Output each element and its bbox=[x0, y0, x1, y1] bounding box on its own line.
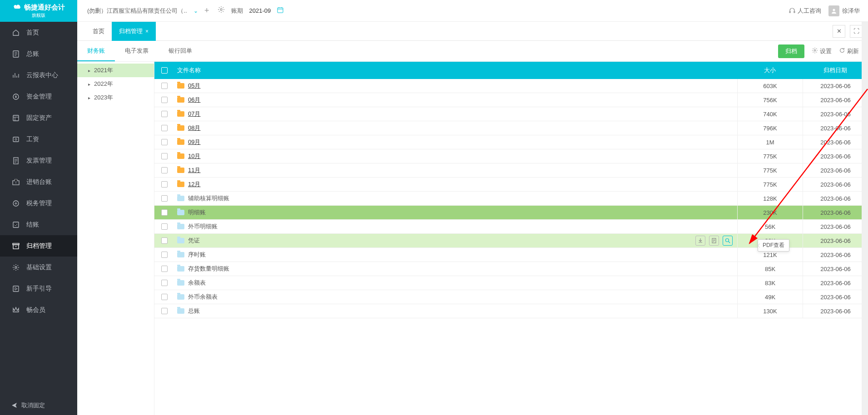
company-selector[interactable]: (勿删）江西服宝精品有限责任公司（... bbox=[87, 7, 187, 15]
file-name[interactable]: 07月 bbox=[188, 110, 200, 118]
table-row[interactable]: 10月775K2023-06-06 bbox=[154, 149, 868, 163]
table-row[interactable]: 12月775K2023-06-06 bbox=[154, 178, 868, 192]
row-checkbox[interactable] bbox=[161, 308, 168, 314]
file-name[interactable]: 08月 bbox=[188, 124, 200, 132]
file-size: 230K bbox=[737, 206, 803, 219]
row-checkbox[interactable] bbox=[161, 111, 168, 117]
file-name[interactable]: 12月 bbox=[188, 180, 200, 188]
row-checkbox[interactable] bbox=[161, 83, 168, 89]
sidebar-item-fund[interactable]: 资金管理 bbox=[0, 86, 77, 107]
calendar-icon[interactable] bbox=[277, 7, 283, 15]
file-name[interactable]: 10月 bbox=[188, 152, 200, 160]
folder-icon bbox=[177, 83, 184, 89]
consult-label: 人工咨询 bbox=[798, 7, 821, 15]
sidebar-item-guide[interactable]: 新手引导 bbox=[0, 278, 77, 299]
sidebar-item-label: 税务管理 bbox=[26, 199, 52, 208]
row-checkbox[interactable] bbox=[161, 167, 168, 173]
archive-icon bbox=[12, 242, 20, 250]
row-checkbox[interactable] bbox=[161, 139, 168, 145]
table-row[interactable]: 辅助核算明细账128K2023-06-06 bbox=[154, 192, 868, 206]
subtab[interactable]: 银行回单 bbox=[159, 41, 202, 61]
folder-icon bbox=[177, 168, 184, 173]
row-checkbox[interactable] bbox=[161, 252, 168, 258]
file-icon bbox=[177, 238, 184, 243]
table-row[interactable]: 11月775K2023-06-06 bbox=[154, 163, 868, 178]
sidebar-item-report[interactable]: 云报表中心 bbox=[0, 64, 77, 86]
file-name: 辅助核算明细账 bbox=[188, 194, 229, 203]
tree-year[interactable]: ▸2022年 bbox=[77, 77, 154, 91]
subtab[interactable]: 财务账 bbox=[77, 41, 115, 61]
row-checkbox[interactable] bbox=[161, 181, 168, 188]
close-icon[interactable]: × bbox=[145, 28, 149, 35]
refresh-link[interactable]: 刷新 bbox=[839, 47, 859, 55]
table-row[interactable]: 存货数量明细账85K2023-06-06 bbox=[154, 262, 868, 276]
row-checkbox[interactable] bbox=[161, 223, 168, 230]
close-tab-button[interactable]: ✕ bbox=[833, 25, 845, 38]
vertical-scrollbar[interactable] bbox=[862, 22, 868, 415]
avatar[interactable] bbox=[828, 5, 839, 16]
sidebar-item-archive[interactable]: 归档管理 bbox=[0, 235, 77, 257]
sidebar-item-stock[interactable]: 进销台账 bbox=[0, 171, 77, 193]
row-checkbox[interactable] bbox=[161, 125, 168, 131]
sidebar-item-salary[interactable]: 工资 bbox=[0, 128, 77, 150]
archive-button[interactable]: 归档 bbox=[778, 44, 804, 58]
pdf-view-icon[interactable] bbox=[723, 236, 733, 246]
tax-icon bbox=[12, 199, 20, 208]
headset-icon[interactable]: 人工咨询 bbox=[789, 7, 821, 15]
row-checkbox[interactable] bbox=[161, 209, 168, 216]
table-row[interactable]: 05月603K2023-06-06 bbox=[154, 79, 868, 93]
file-size: 775K bbox=[737, 163, 803, 177]
period-value[interactable]: 2021-09 bbox=[249, 7, 271, 14]
file-name[interactable]: 11月 bbox=[188, 166, 200, 174]
file-name[interactable]: 05月 bbox=[188, 82, 200, 90]
row-checkbox[interactable] bbox=[161, 280, 168, 286]
sidebar-item-tax[interactable]: 税务管理 bbox=[0, 193, 77, 214]
chevron-down-icon[interactable]: ⌄ bbox=[193, 8, 198, 14]
cancel-pin-button[interactable]: ⮜ 取消固定 bbox=[0, 396, 77, 415]
row-checkbox[interactable] bbox=[161, 195, 168, 202]
row-checkbox[interactable] bbox=[161, 153, 168, 159]
tab[interactable]: 归档管理× bbox=[112, 22, 156, 41]
row-checkbox[interactable] bbox=[161, 266, 168, 272]
sidebar-item-close[interactable]: 结账 bbox=[0, 214, 77, 235]
file-name[interactable]: 09月 bbox=[188, 138, 200, 146]
tab[interactable]: 首页 bbox=[85, 22, 112, 41]
table-row[interactable]: 外币余额表49K2023-06-06 bbox=[154, 290, 868, 304]
tree-year[interactable]: ▸2023年 bbox=[77, 91, 154, 104]
file-name[interactable]: 06月 bbox=[188, 96, 200, 104]
sidebar-item-asset[interactable]: 固定资产 bbox=[0, 107, 77, 128]
table-row[interactable]: 明细账230K2023-06-06 bbox=[154, 206, 868, 220]
download-icon[interactable] bbox=[695, 236, 705, 246]
table-row[interactable]: 07月740K2023-06-06 bbox=[154, 107, 868, 121]
sidebar-item-label: 基础设置 bbox=[26, 263, 52, 272]
row-checkbox[interactable] bbox=[161, 237, 168, 244]
table-header: 文件名称 大小 归档日期 bbox=[154, 62, 868, 79]
archive-date: 2023-06-06 bbox=[803, 262, 868, 276]
sidebar-item-home[interactable]: 首页 bbox=[0, 22, 77, 43]
table-row[interactable]: 06月756K2023-06-06 bbox=[154, 93, 868, 107]
row-checkbox[interactable] bbox=[161, 294, 168, 300]
table-row[interactable]: 外币明细账56K2023-06-06 bbox=[154, 220, 868, 234]
pdf-icon[interactable] bbox=[709, 236, 719, 246]
sidebar-item-invoice[interactable]: 发票管理 bbox=[0, 150, 77, 171]
row-checkbox[interactable] bbox=[161, 97, 168, 103]
file-name: 外币余额表 bbox=[188, 293, 218, 301]
table-row[interactable]: 余额表83K2023-06-06 bbox=[154, 276, 868, 290]
fullscreen-button[interactable]: ⛶ bbox=[850, 25, 863, 38]
sidebar-item-member[interactable]: 畅会员 bbox=[0, 299, 77, 321]
caret-right-icon: ▸ bbox=[88, 95, 90, 100]
tree-year[interactable]: ▸2021年 bbox=[77, 64, 154, 77]
table-row[interactable]: 总账130K2023-06-06 bbox=[154, 304, 868, 318]
subtab[interactable]: 电子发票 bbox=[115, 41, 159, 61]
select-all-checkbox[interactable] bbox=[161, 67, 168, 74]
add-icon[interactable]: + bbox=[204, 6, 209, 15]
settings-link[interactable]: 设置 bbox=[812, 47, 832, 55]
table-row[interactable]: 09月1M2023-06-06 bbox=[154, 135, 868, 149]
sidebar-item-settings[interactable]: 基础设置 bbox=[0, 257, 77, 278]
sidebar-item-ledger[interactable]: 总账 bbox=[0, 43, 77, 64]
file-size: 1M bbox=[737, 135, 803, 149]
username[interactable]: 徐泽华 bbox=[842, 7, 860, 15]
table-row[interactable]: 08月796K2023-06-06 bbox=[154, 121, 868, 135]
gear-icon[interactable] bbox=[218, 6, 225, 15]
sidebar: 畅捷通好会计 旗舰版 首页总账云报表中心资金管理固定资产工资发票管理进销台账税务… bbox=[0, 0, 77, 415]
